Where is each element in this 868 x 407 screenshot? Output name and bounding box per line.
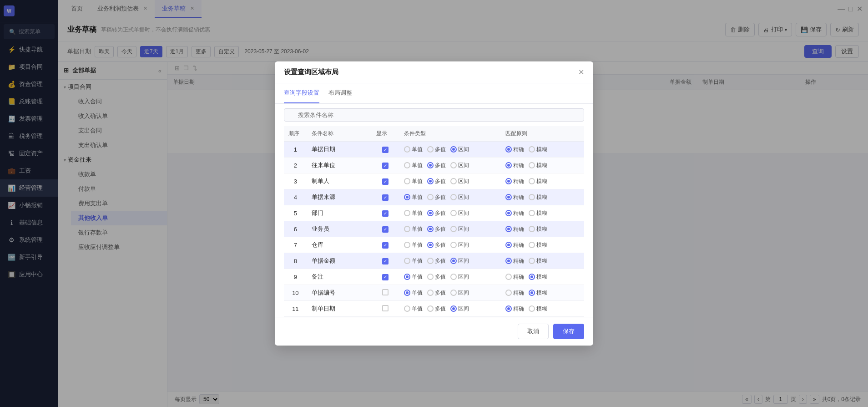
- radio-type-区间[interactable]: 区间: [450, 146, 469, 153]
- show-checkbox[interactable]: [382, 178, 389, 185]
- show-checkbox[interactable]: [382, 194, 389, 201]
- radio-type-多值[interactable]: 多值: [427, 257, 446, 265]
- cell-order: 10: [284, 285, 307, 301]
- th-order: 顺序: [284, 126, 307, 142]
- cell-show[interactable]: [372, 142, 399, 158]
- radio-type-单值[interactable]: 单值: [404, 305, 423, 313]
- radio-type-多值[interactable]: 多值: [427, 146, 446, 153]
- radio-match-精确[interactable]: 精确: [505, 225, 524, 233]
- show-checkbox[interactable]: [382, 147, 389, 153]
- modal-search-input[interactable]: [284, 108, 584, 122]
- radio-type-单值[interactable]: 单值: [404, 273, 423, 281]
- radio-type-多值[interactable]: 多值: [427, 289, 446, 297]
- radio-match-模糊[interactable]: 模糊: [529, 162, 547, 169]
- radio-match-模糊[interactable]: 模糊: [529, 289, 547, 297]
- cell-order: 1: [284, 142, 307, 158]
- radio-type-单值[interactable]: 单值: [404, 178, 423, 185]
- cell-name: 备注: [307, 269, 372, 285]
- radio-type-区间[interactable]: 区间: [450, 305, 469, 313]
- show-checkbox[interactable]: [382, 289, 389, 295]
- radio-type-单值[interactable]: 单值: [404, 162, 423, 169]
- radio-match-精确[interactable]: 精确: [505, 178, 524, 185]
- cell-show[interactable]: [372, 173, 399, 189]
- modal-tab-layout[interactable]: 布局调整: [328, 83, 352, 103]
- table-row: 4单据来源单值多值区间精确模糊: [284, 189, 584, 205]
- radio-circle: [529, 290, 535, 296]
- radio-type-区间[interactable]: 区间: [450, 273, 469, 281]
- radio-match-模糊[interactable]: 模糊: [529, 178, 547, 185]
- radio-type-多值[interactable]: 多值: [427, 178, 446, 185]
- table-row: 9备注单值多值区间精确模糊: [284, 269, 584, 285]
- radio-match-模糊[interactable]: 模糊: [529, 241, 547, 249]
- radio-match-精确[interactable]: 精确: [505, 289, 524, 297]
- radio-type-区间[interactable]: 区间: [450, 193, 469, 201]
- cell-name: 业务员: [307, 221, 372, 237]
- modal-tab-query-fields[interactable]: 查询字段设置: [284, 83, 319, 103]
- show-checkbox[interactable]: [382, 305, 389, 311]
- modal-cancel-button[interactable]: 取消: [518, 324, 549, 339]
- cell-type: 单值多值区间: [399, 301, 501, 317]
- radio-match-精确[interactable]: 精确: [505, 193, 524, 201]
- cell-order: 5: [284, 205, 307, 221]
- radio-type-多值[interactable]: 多值: [427, 193, 446, 201]
- radio-type-区间[interactable]: 区间: [450, 225, 469, 233]
- radio-type-多值[interactable]: 多值: [427, 305, 446, 313]
- radio-circle: [529, 178, 535, 184]
- radio-type-单值[interactable]: 单值: [404, 209, 423, 217]
- radio-type-多值[interactable]: 多值: [427, 225, 446, 233]
- radio-match-精确[interactable]: 精确: [505, 305, 524, 313]
- radio-match-精确[interactable]: 精确: [505, 257, 524, 265]
- cell-type: 单值多值区间: [399, 173, 501, 189]
- cell-show[interactable]: [372, 158, 399, 173]
- radio-circle: [529, 210, 535, 216]
- cell-show[interactable]: [372, 189, 399, 205]
- radio-match-模糊[interactable]: 模糊: [529, 193, 547, 201]
- show-checkbox[interactable]: [382, 226, 389, 233]
- radio-match-精确[interactable]: 精确: [505, 209, 524, 217]
- cell-show[interactable]: [372, 269, 399, 285]
- modal-close-button[interactable]: ✕: [578, 68, 584, 76]
- radio-type-区间[interactable]: 区间: [450, 162, 469, 169]
- cell-show[interactable]: [372, 253, 399, 269]
- radio-type-单值[interactable]: 单值: [404, 193, 423, 201]
- cell-show[interactable]: [372, 205, 399, 221]
- radio-match-精确[interactable]: 精确: [505, 146, 524, 153]
- radio-type-多值[interactable]: 多值: [427, 209, 446, 217]
- radio-type-区间[interactable]: 区间: [450, 257, 469, 265]
- radio-match-精确[interactable]: 精确: [505, 273, 524, 281]
- radio-type-区间[interactable]: 区间: [450, 289, 469, 297]
- radio-match-模糊[interactable]: 模糊: [529, 225, 547, 233]
- radio-type-多值[interactable]: 多值: [427, 273, 446, 281]
- cell-show[interactable]: [372, 237, 399, 253]
- cell-show[interactable]: [372, 301, 399, 317]
- radio-type-区间[interactable]: 区间: [450, 241, 469, 249]
- show-checkbox[interactable]: [382, 163, 389, 169]
- show-checkbox[interactable]: [382, 274, 389, 280]
- radio-type-多值[interactable]: 多值: [427, 162, 446, 169]
- modal-save-button[interactable]: 保存: [553, 324, 584, 339]
- radio-type-单值[interactable]: 单值: [404, 241, 423, 249]
- radio-match-模糊[interactable]: 模糊: [529, 305, 547, 313]
- show-checkbox[interactable]: [382, 258, 389, 265]
- radio-type-单值[interactable]: 单值: [404, 289, 423, 297]
- radio-circle: [529, 226, 535, 232]
- cell-match: 精确模糊: [501, 158, 584, 173]
- show-checkbox[interactable]: [382, 210, 389, 217]
- cell-name: 仓库: [307, 237, 372, 253]
- radio-type-区间[interactable]: 区间: [450, 209, 469, 217]
- radio-type-单值[interactable]: 单值: [404, 146, 423, 153]
- radio-match-模糊[interactable]: 模糊: [529, 209, 547, 217]
- radio-type-区间[interactable]: 区间: [450, 178, 469, 185]
- cell-show[interactable]: [372, 285, 399, 301]
- radio-type-单值[interactable]: 单值: [404, 257, 423, 265]
- radio-match-模糊[interactable]: 模糊: [529, 257, 547, 265]
- radio-type-单值[interactable]: 单值: [404, 225, 423, 233]
- show-checkbox[interactable]: [382, 242, 389, 249]
- radio-match-模糊[interactable]: 模糊: [529, 146, 547, 153]
- radio-match-精确[interactable]: 精确: [505, 241, 524, 249]
- radio-type-多值[interactable]: 多值: [427, 241, 446, 249]
- radio-circle: [505, 194, 512, 200]
- cell-show[interactable]: [372, 221, 399, 237]
- radio-match-模糊[interactable]: 模糊: [529, 273, 547, 281]
- radio-match-精确[interactable]: 精确: [505, 162, 524, 169]
